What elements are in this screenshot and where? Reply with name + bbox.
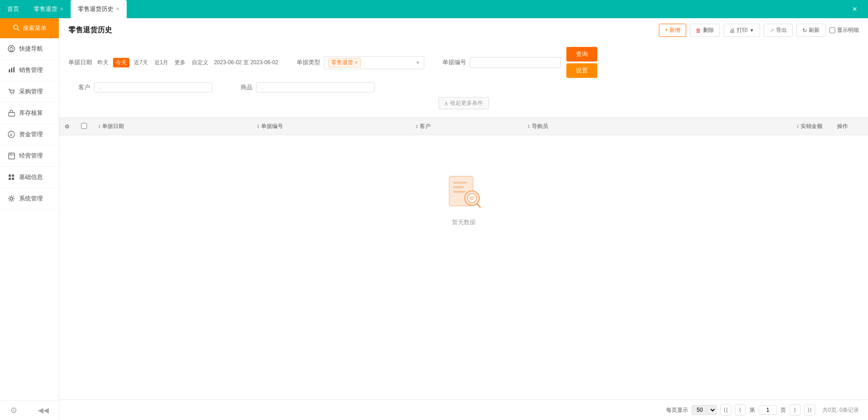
per-page-select[interactable]: 50 20 100 <box>692 405 717 415</box>
th-amount[interactable]: ↕ 实销金额 <box>657 118 832 135</box>
sidebar-label-finance: 资金管理 <box>19 130 43 138</box>
doctype-tag-close[interactable]: × <box>355 60 358 65</box>
customer-filter-label: 客户 <box>68 83 94 92</box>
data-table: ⚙ ↕ 单据日期 ↕ 单据编号 ↕ 客户 <box>59 118 868 135</box>
page-input[interactable]: 1 <box>759 405 777 415</box>
tab-list: 首页零售退货×零售退货历史× <box>0 0 848 18</box>
select-all-checkbox[interactable] <box>81 123 87 129</box>
date-filter-label: 单据日期 <box>68 58 96 67</box>
empty-state: 暂无数据 <box>59 135 868 263</box>
doctype-select[interactable]: 零售退货 × ▼ <box>324 56 424 69</box>
customer-select[interactable]: ... <box>94 82 212 92</box>
sidebar-item-finance[interactable]: ¥ 资金管理 <box>0 124 59 145</box>
sidebar-bottom: ⚙ ◀◀ <box>0 400 59 420</box>
refresh-icon: ↻ <box>802 27 807 34</box>
settings-icon[interactable]: ⚙ <box>10 405 17 415</box>
date-1month[interactable]: 近1月 <box>153 58 170 67</box>
svg-rect-22 <box>453 186 464 188</box>
sidebar-item-purchase-mgmt[interactable]: 采购管理 <box>0 81 59 102</box>
date-range-display: 2023-06-02 至 2023-06-02 <box>214 59 278 67</box>
date-custom[interactable]: 自定义 <box>190 58 210 67</box>
sales-icon <box>7 66 15 74</box>
date-today[interactable]: 今天 <box>113 58 129 67</box>
sidebar-label-sales-mgmt: 销售管理 <box>19 66 43 74</box>
page-title-row: 零售退货历史 + 新增 🗑 删除 🖨 打印 ▼ ↗ 导出 <box>68 24 859 37</box>
svg-point-19 <box>10 197 13 200</box>
doctype-filter-label: 单据类型 <box>297 58 324 67</box>
sidebar-item-base-info[interactable]: 基础信息 <box>0 167 59 188</box>
purchase-icon <box>7 87 15 96</box>
tab-close-retail-return-history[interactable]: × <box>116 6 119 12</box>
sidebar-label-quick-nav: 快捷导航 <box>19 45 43 53</box>
th-doc-date[interactable]: ↕ 单据日期 <box>92 118 251 135</box>
sidebar-item-quick-nav[interactable]: 快捷导航 <box>0 38 59 60</box>
svg-rect-18 <box>12 178 14 180</box>
pagination-summary: 共0页, 0条记录 <box>822 406 859 414</box>
page-title: 零售退货历史 <box>68 26 112 35</box>
per-page-label: 每页显示 <box>666 406 688 414</box>
goods-select[interactable]: ... <box>256 82 375 92</box>
tab-close-retail-return[interactable]: × <box>60 6 63 12</box>
settings-filter-button[interactable]: 设置 <box>566 63 597 78</box>
collapse-filter-btn[interactable]: ∧ 收起更多条件 <box>438 97 489 109</box>
th-settings[interactable]: ⚙ <box>59 118 76 135</box>
sidebar-item-sales-mgmt[interactable]: 销售管理 <box>0 60 59 81</box>
search-icon <box>13 24 20 33</box>
add-button[interactable]: + 新增 <box>659 24 686 37</box>
svg-point-8 <box>13 93 14 94</box>
docno-input[interactable] <box>470 57 561 68</box>
doctype-tag: 零售退货 × <box>328 58 361 67</box>
th-guide[interactable]: ↕ 导购员 <box>522 118 657 135</box>
date-7days[interactable]: 近7天 <box>132 58 150 67</box>
export-button[interactable]: ↗ 导出 <box>764 24 793 37</box>
svg-rect-4 <box>9 69 10 72</box>
svg-rect-15 <box>9 174 11 177</box>
first-page-btn[interactable]: ⟨⟨ <box>720 405 731 415</box>
next-page-btn[interactable]: ⟩ <box>790 405 801 415</box>
export-icon: ↗ <box>770 27 774 34</box>
date-more[interactable]: 更多 <box>173 58 187 67</box>
tab-retail-return[interactable]: 零售退货× <box>26 0 71 18</box>
refresh-button[interactable]: ↻ 刷新 <box>796 24 826 37</box>
sidebar-item-system[interactable]: 系统管理 <box>0 188 59 210</box>
last-page-btn[interactable]: ⟩⟩ <box>804 405 815 415</box>
table-wrapper: ⚙ ↕ 单据日期 ↕ 单据编号 ↕ 客户 <box>59 118 868 400</box>
sidebar-item-operations[interactable]: 经营管理 <box>0 145 59 167</box>
svg-rect-21 <box>453 182 467 184</box>
tab-label-retail-return-history: 零售退货历史 <box>78 5 113 13</box>
sidebar-search-label: 搜索菜单 <box>23 24 46 32</box>
svg-rect-17 <box>9 178 11 180</box>
volume-icon[interactable]: ◀◀ <box>38 406 49 415</box>
goods-placeholder: ... <box>260 84 265 91</box>
finance-icon: ¥ <box>7 130 15 138</box>
page-header: 零售退货历史 + 新增 🗑 删除 🖨 打印 ▼ ↗ 导出 <box>59 18 868 118</box>
base-icon <box>7 173 15 181</box>
date-yesterday[interactable]: 昨天 <box>96 58 110 67</box>
th-customer[interactable]: ↕ 客户 <box>410 118 522 135</box>
tab-label-home: 首页 <box>7 5 19 13</box>
page-suffix: 页 <box>781 406 786 414</box>
query-button[interactable]: 查询 <box>566 47 597 61</box>
customer-placeholder: ... <box>98 84 103 91</box>
prev-page-btn[interactable]: ⟨ <box>735 405 746 415</box>
show-detail-checkbox[interactable] <box>829 27 835 33</box>
th-actions: 操作 <box>832 118 868 135</box>
delete-button[interactable]: 🗑 删除 <box>690 24 720 37</box>
sidebar-label-operations: 经营管理 <box>19 152 43 160</box>
sidebar-search-btn[interactable]: 搜索菜单 <box>0 18 59 38</box>
show-detail-checkbox-label: 显示明细 <box>829 26 859 34</box>
sidebar-label-purchase-mgmt: 采购管理 <box>19 87 43 96</box>
window-close-btn[interactable]: × <box>848 5 861 14</box>
print-dropdown-icon: ▼ <box>750 28 754 33</box>
toolbar: + 新增 🗑 删除 🖨 打印 ▼ ↗ 导出 ↻ <box>659 24 859 37</box>
th-doc-no[interactable]: ↕ 单据编号 <box>251 118 410 135</box>
tab-retail-return-history[interactable]: 零售退货历史× <box>71 0 127 18</box>
system-icon <box>7 195 15 203</box>
sidebar-label-inventory: 库存核算 <box>19 109 43 117</box>
svg-line-26 <box>477 204 480 207</box>
sidebar-item-inventory[interactable]: 库存核算 <box>0 102 59 124</box>
print-button[interactable]: 🖨 打印 ▼ <box>724 24 760 37</box>
date-options: 昨天 今天 近7天 近1月 更多 自定义 <box>96 58 210 67</box>
tab-home[interactable]: 首页 <box>0 0 26 18</box>
top-bar: 首页零售退货×零售退货历史× × <box>0 0 868 18</box>
